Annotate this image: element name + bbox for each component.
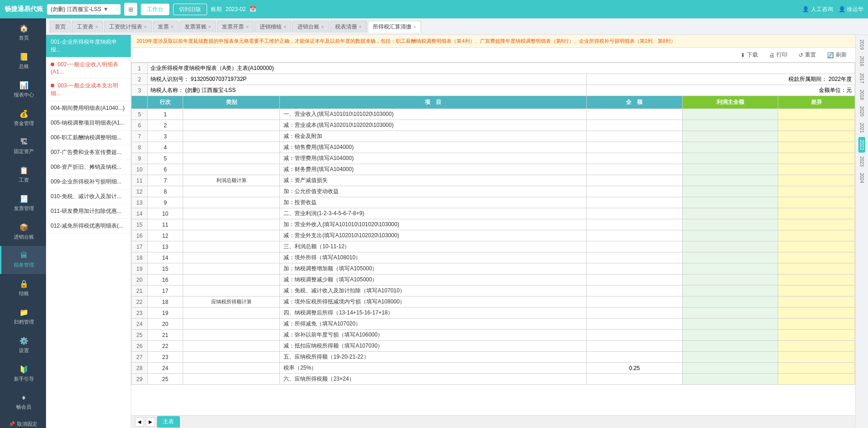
refresh-button[interactable]: 🔄 刷新 [824, 50, 850, 60]
tab-invoice-close[interactable]: × [171, 24, 174, 29]
tab-invoice-open[interactable]: 发票开票 × [217, 21, 254, 33]
year-item-2022[interactable]: 2022 [858, 137, 865, 153]
sidebar-item-tax[interactable]: 🏛 税务管理 [0, 246, 46, 274]
switch-version-button[interactable]: 切到旧版 [173, 4, 207, 15]
tab-purchase-ledger-close[interactable]: × [321, 24, 324, 29]
tab-income-tax[interactable]: 所得税汇算清缴 × [368, 21, 421, 33]
sidebar: 🏠 首页 📒 总账 📊 报表中心 💰 资金管理 🏗 固定资产 📋 工资 🧾 发票… [0, 18, 46, 428]
period-value: 2023-02 [226, 6, 246, 12]
sidebar-item-guide[interactable]: 🔰 新手引导 [0, 360, 46, 388]
spreadsheet-wrapper[interactable]: 1 企业所得税年度纳税申报表（A类）主表(A100000) 2 纳税人识别号： … [131, 63, 855, 415]
sidebar-item-purchase[interactable]: 📦 进销台账 [0, 217, 46, 246]
left-panel-item-011[interactable]: 011-研发费用加计扣除优惠... [46, 204, 131, 219]
sidebar-item-archive[interactable]: 📁 归档管理 [0, 302, 46, 331]
year-item-2018[interactable]: 2018 [858, 87, 865, 103]
year-item-2023[interactable]: 2023 [858, 154, 865, 169]
tab-purchase-audit[interactable]: 进销稽核 × [255, 21, 291, 33]
sidebar-item-assets[interactable]: 💰 资金管理 [0, 104, 46, 132]
currency-label: 金额单位：元 [819, 87, 852, 93]
sidebar-label-reports: 报表中心 [14, 91, 34, 98]
tab-tax-list-close[interactable]: × [359, 24, 362, 29]
col-item: 项 目 [280, 96, 586, 109]
sheet-nav-next[interactable]: ▶ [146, 417, 155, 427]
item-009-label: 009-企业所得税补亏损明细... [51, 178, 122, 185]
tab-salary-stats[interactable]: 工资统计报表 × [104, 21, 152, 33]
sidebar-item-salary[interactable]: 📋 工资 [0, 160, 46, 189]
table-row: 26 22 减：抵扣应纳税所得额（填写A107030） [132, 341, 855, 352]
sidebar-item-reports[interactable]: 📊 报表中心 [0, 75, 46, 104]
tab-invoice-calc[interactable]: 发票算账 × [179, 21, 216, 33]
left-panel-item-009[interactable]: 009-企业所得税补亏损明细... [46, 175, 131, 189]
left-panel-item-008[interactable]: 008-资产折旧、摊销及纳税... [46, 160, 131, 175]
table-row: 29 25 六、应纳所得税额（23×24） [132, 374, 855, 385]
sidebar-label-assets: 资金管理 [14, 120, 34, 127]
calendar-icon[interactable]: 📅 [249, 6, 256, 12]
sheet-tab-main[interactable]: 主表 [157, 416, 180, 428]
workbench-button[interactable]: 工作台 [141, 4, 169, 15]
archive-icon: 📁 [19, 308, 29, 317]
copy-icon-btn[interactable]: ⊞ [124, 3, 137, 16]
year-item-2024[interactable]: 2024 [858, 170, 865, 186]
error-dot-002 [51, 63, 54, 66]
sidebar-item-home[interactable]: 🏠 首页 [0, 18, 46, 47]
tab-invoice-open-close[interactable]: × [246, 24, 249, 29]
year-item-2020[interactable]: 2020 [858, 103, 865, 119]
left-panel-item-005[interactable]: 005-纳税调整项目明细表(A1... [46, 116, 131, 131]
left-panel-item-002[interactable]: 002-一般企业收入明细表(A1... [46, 57, 131, 79]
left-panel-item-010[interactable]: 010-免税、减计收入及加计... [46, 189, 131, 204]
tab-home-label: 首页 [55, 23, 66, 31]
tab-invoice[interactable]: 发票 × [153, 21, 179, 33]
tab-salary-stats-close[interactable]: × [144, 24, 147, 29]
sidebar-label-fixed: 固定资产 [14, 148, 34, 155]
sidebar-item-settings[interactable]: ⚙️ 设置 [0, 331, 46, 360]
print-button[interactable]: 🖨 打印 [766, 50, 790, 60]
tab-purchase-ledger[interactable]: 进销台账 × [292, 21, 329, 33]
tax-period-label: 税款所属期间： [788, 76, 827, 82]
reset-button[interactable]: ↺ 重置 [796, 50, 819, 60]
purchase-icon: 📦 [19, 223, 29, 232]
year-item-2016[interactable]: 2016 [858, 53, 865, 69]
table-row: 7 3 减：税金及附加 [132, 131, 855, 142]
tab-income-tax-close[interactable]: × [413, 24, 416, 29]
tab-salary-close[interactable]: × [95, 24, 98, 29]
download-button[interactable]: ⬇ 下载 [738, 50, 761, 60]
left-panel-item-012[interactable]: 012-减免所得税优惠明细表(... [46, 219, 131, 234]
tab-tax-list[interactable]: 税表清册 × [330, 21, 367, 33]
error-dot-003 [51, 84, 54, 87]
sidebar-item-close[interactable]: 🔒 结账 [0, 274, 46, 302]
close-period-icon: 🔒 [19, 280, 29, 288]
print-label: 打印 [776, 51, 787, 59]
warning-bar: 2019年度涉及取以前年度延续数据的申报表单元格需要手工维护正确，才能保证本年及… [131, 35, 855, 48]
left-panel-item-007[interactable]: 007-广告费和业务宣传费超... [46, 145, 131, 160]
sidebar-label-archive: 归档管理 [14, 319, 34, 325]
period-label: 账期 [211, 6, 222, 13]
left-panel-item-003[interactable]: 003-一般企业成本支出明细... [46, 79, 131, 101]
sidebar-label-close: 结账 [19, 290, 29, 297]
taxpayer-name-label: 纳税人名称： [150, 87, 184, 93]
cancel-pin-btn[interactable]: 📌 取消固定 [0, 416, 46, 428]
sidebar-item-fixed[interactable]: 🏗 固定资产 [0, 132, 46, 160]
sheet-nav-prev[interactable]: ◀ [135, 417, 144, 427]
sidebar-item-invoice[interactable]: 🧾 发票管理 [0, 189, 46, 217]
tab-purchase-ledger-label: 进销台账 [297, 23, 319, 31]
tab-home[interactable]: 首页 [50, 21, 71, 33]
tab-purchase-audit-close[interactable]: × [284, 24, 286, 29]
year-item-2017[interactable]: 2017 [858, 70, 865, 86]
chevron-down-icon: ▼ [103, 6, 109, 12]
tab-invoice-calc-close[interactable]: × [208, 24, 211, 29]
sidebar-item-ledger[interactable]: 📒 总账 [0, 47, 46, 75]
topbar-right-area: 👤 人工咨询 👤 徐运华 [802, 6, 863, 13]
item-007-label: 007-广告费和业务宣传费超... [51, 149, 122, 155]
year-item-2021[interactable]: 2021 [858, 120, 865, 136]
ai-consult-btn[interactable]: 👤 人工咨询 [802, 6, 833, 13]
left-panel-item-004[interactable]: 004-期间费用明细表(A1040...) [46, 101, 131, 116]
year-item-2019[interactable]: 2019 [858, 37, 865, 52]
sidebar-item-member[interactable]: ♦ 畅会员 [0, 388, 46, 416]
left-panel-item-001[interactable]: 001-企业所得税年度纳税申报... [46, 35, 131, 57]
sidebar-label-salary: 工资 [19, 177, 29, 183]
company-selector[interactable]: (勿删) 江西服宝-LSS ▼ [47, 4, 121, 15]
tab-salary[interactable]: 工资表 × [72, 21, 103, 33]
left-panel-item-006[interactable]: 006-职工薪酬纳税调整明细... [46, 131, 131, 145]
pin-icon: 📌 [9, 421, 15, 427]
tab-income-tax-label: 所得税汇算清缴 [373, 23, 411, 31]
